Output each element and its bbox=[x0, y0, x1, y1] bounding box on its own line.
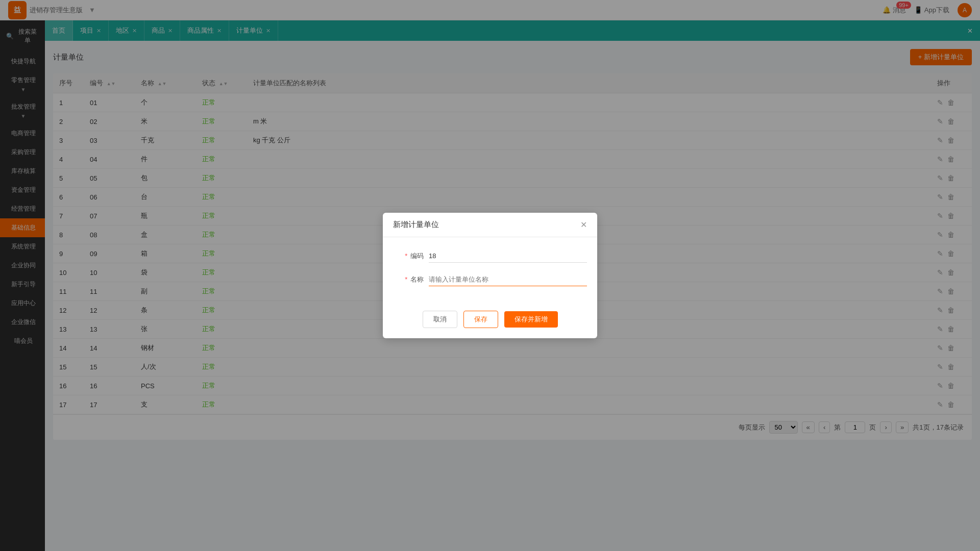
required-star: * bbox=[405, 276, 407, 283]
modal-header: 新增计量单位 ✕ bbox=[383, 213, 597, 237]
code-label: * 编码 bbox=[393, 252, 424, 261]
save-button[interactable]: 保存 bbox=[463, 311, 498, 328]
add-unit-modal: 新增计量单位 ✕ * 编码 * 名称 取消 保存 保存并新增 bbox=[383, 213, 597, 338]
name-input[interactable] bbox=[429, 273, 587, 286]
modal-body: * 编码 * 名称 bbox=[383, 237, 597, 305]
save-continue-button[interactable]: 保存并新增 bbox=[504, 311, 558, 328]
required-star: * bbox=[405, 252, 407, 260]
modal-close-button[interactable]: ✕ bbox=[580, 220, 587, 230]
cancel-button[interactable]: 取消 bbox=[423, 311, 457, 328]
modal-overlay[interactable]: 新增计量单位 ✕ * 编码 * 名称 取消 保存 保存并新增 bbox=[0, 0, 980, 551]
modal-footer: 取消 保存 保存并新增 bbox=[383, 305, 597, 338]
modal-title: 新增计量单位 bbox=[393, 220, 439, 230]
name-label: * 名称 bbox=[393, 275, 424, 284]
code-form-row: * 编码 bbox=[393, 249, 587, 263]
code-input[interactable] bbox=[429, 249, 587, 263]
name-form-row: * 名称 bbox=[393, 273, 587, 286]
